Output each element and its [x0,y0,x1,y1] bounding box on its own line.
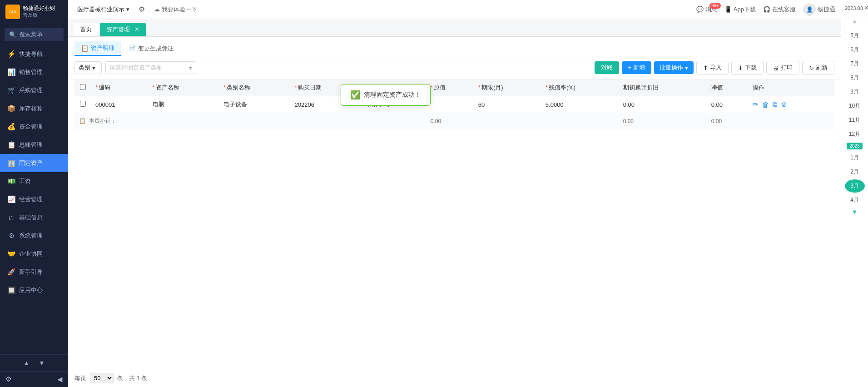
sidebar-item-operations[interactable]: 📈 经营管理 [0,190,68,208]
sidebar-item-assets[interactable]: 🏢 固定资产 [0,154,68,172]
scroll-up-button[interactable]: ▲ [20,358,32,367]
scroll-down-button[interactable]: ▼ [36,358,48,367]
calendar-nav-up[interactable]: ▲ [850,16,859,26]
filter-input-dropdown-icon: ▾ [189,64,192,71]
subtotal-label-cell: 📋 本页小计： [74,113,426,129]
notification-button[interactable]: 💬 消息 99+ [696,5,717,14]
sidebar-item-label: 应用中心 [19,286,43,294]
tab-close-icon[interactable]: ✕ [134,26,139,33]
cal-month-9[interactable]: 9月 [845,85,865,99]
sidebar-item-finance[interactable]: 💰 资金管理 [0,118,68,136]
sub-tab-voucher-gen[interactable]: 📄 变更生成凭证 [122,41,180,56]
app-download-icon: 📱 [724,6,732,13]
user-menu[interactable]: 👤 畅捷通 [803,3,835,16]
assets-icon: 🏢 [7,159,15,167]
calendar-panel: 2023.03 ✕ ▲ 5月 6月 7月 8月 9月 10月 11月 12月 2… [841,0,868,387]
success-toast: ✅ 清理固定资产成功！ [341,84,431,106]
table-wrap: *编码 *资产名称 *类别名称 *购买日期 折旧方法 *原值 *期限(月) *残… [68,79,841,369]
cal-month-8[interactable]: 8月 [845,71,865,84]
sidebar-item-label: 销售管理 [19,68,43,76]
sidebar-item-quick-nav[interactable]: ⚡ 快捷导航 [0,45,68,63]
refresh-button[interactable]: ↻ 刷新 [802,61,834,74]
header-period: *期限(月) [474,79,541,96]
company-selector[interactable]: 医疗器械行业演示 ▾ [74,4,133,15]
sidebar-settings-button[interactable]: ⚙ [5,375,11,383]
row-code: 000001 [91,96,148,113]
batch-operations-button[interactable]: 批量操作 ▾ [654,61,694,74]
cal-month-10[interactable]: 10月 [845,99,865,113]
select-all-checkbox[interactable] [80,84,86,90]
copy-icon[interactable]: ⧉ [773,100,778,109]
app-center-icon: 🔲 [7,286,15,294]
import-icon: ⬆ [703,64,708,71]
import-button[interactable]: ⬆ 导入 [696,61,729,74]
sidebar-item-salary[interactable]: 💵 工资 [0,172,68,190]
search-menu-button[interactable]: 🔍 搜索菜单 [5,28,64,41]
more-icon[interactable]: ⊘ [781,100,787,109]
sidebar-item-label: 系统管理 [19,232,43,240]
row-checkbox[interactable] [80,101,86,107]
reconcile-button[interactable]: 对账 [595,61,619,74]
row-actions: ✏ 🗑 ⧉ ⊘ [748,96,834,113]
cal-month-5[interactable]: 5月 [845,29,865,42]
salary-icon: 💵 [7,177,15,185]
logo-sub: 普及版 [23,12,55,19]
cal-month-3[interactable]: 3月 [845,179,865,193]
sidebar-collapse-button[interactable]: ◀ [57,375,63,383]
per-page-select[interactable]: 50 100 200 [90,373,114,383]
tab-asset-mgmt[interactable]: 资产管理 ✕ [100,23,146,36]
add-button[interactable]: + 新增 [622,61,651,74]
delete-icon[interactable]: 🗑 [762,101,769,109]
tab-home[interactable]: 首页 [74,23,98,36]
sidebar-item-guide[interactable]: 🚀 新手引导 [0,263,68,281]
download-button[interactable]: ⬇ 下载 [731,61,764,74]
header-category: *类别名称 [219,79,290,96]
company-name: 医疗器械行业演示 [77,5,124,14]
inventory-icon: 📦 [7,104,15,113]
main-area: 医疗器械行业演示 ▾ ⚙ ☁ 我要体验一下 💬 消息 99+ 📱 App下载 🎧… [68,0,841,387]
basic-info-icon: 🗂 [7,214,15,222]
sidebar-scroll-controls: ▲ ▼ [0,354,68,371]
category-filter-select[interactable]: 类别 ▾ [74,61,102,74]
voucher-gen-icon: 📄 [128,45,136,52]
cal-month-7[interactable]: 7月 [845,57,865,70]
sidebar-item-label: 新手引导 [19,268,43,276]
header-original-value: *原值 [426,79,474,96]
sub-tab-asset-detail[interactable]: 📋 资产明细 [74,41,121,56]
experience-link[interactable]: ☁ 我要体验一下 [150,4,201,15]
print-button[interactable]: 🖨 打印 [766,61,799,74]
sidebar-item-inventory[interactable]: 📦 库存核算 [0,99,68,118]
cal-month-1[interactable]: 1月 [845,151,865,164]
calendar-close-button[interactable]: ✕ [863,4,868,12]
sidebar-item-app-center[interactable]: 🔲 应用中心 [0,281,68,299]
calendar-header: 2023.03 ✕ [841,0,868,16]
tabs-bar: 首页 资产管理 ✕ [68,19,841,37]
ledger-icon: 📋 [7,141,15,149]
sidebar-item-enterprise[interactable]: 🤝 企业协同 [0,245,68,263]
row-original-value [426,96,474,113]
sidebar-item-ledger[interactable]: 📋 总账管理 [0,136,68,154]
app-download-button[interactable]: 📱 App下载 [724,5,756,14]
calendar-nav-down[interactable]: ▼ [850,207,859,217]
topbar-settings-button[interactable]: ⚙ [137,3,147,15]
avatar: 👤 [803,3,816,16]
row-residual-rate: 5.0000 [541,96,619,113]
sidebar-item-label: 经营管理 [19,195,43,203]
category-input[interactable]: 请选择固定资产类别 ▾ [105,61,196,74]
sidebar: AtA 畅捷通好业财 普及版 🔍 搜索菜单 ⚡ 快捷导航 📊 销售管理 🛒 采购… [0,0,68,387]
sidebar-item-sales[interactable]: 📊 销售管理 [0,63,68,81]
cal-month-2[interactable]: 2月 [845,165,865,179]
sidebar-item-system[interactable]: ⚙ 系统管理 [0,227,68,245]
filter-dropdown-icon: ▾ [92,64,95,71]
edit-icon[interactable]: ✏ [753,100,759,109]
assets-table: *编码 *资产名称 *类别名称 *购买日期 折旧方法 *原值 *期限(月) *残… [74,79,834,129]
cal-month-12[interactable]: 12月 [845,128,865,141]
support-button[interactable]: 🎧 在线客服 [763,5,796,14]
topbar-right: 💬 消息 99+ 📱 App下载 🎧 在线客服 👤 畅捷通 [696,3,835,16]
cal-month-6[interactable]: 6月 [845,43,865,56]
sidebar-item-basic-info[interactable]: 🗂 基础信息 [0,208,68,227]
sidebar-item-purchase[interactable]: 🛒 采购管理 [0,81,68,99]
sidebar-item-label: 库存核算 [19,104,43,113]
cal-month-4[interactable]: 4月 [845,194,865,207]
cal-month-11[interactable]: 11月 [845,114,865,127]
